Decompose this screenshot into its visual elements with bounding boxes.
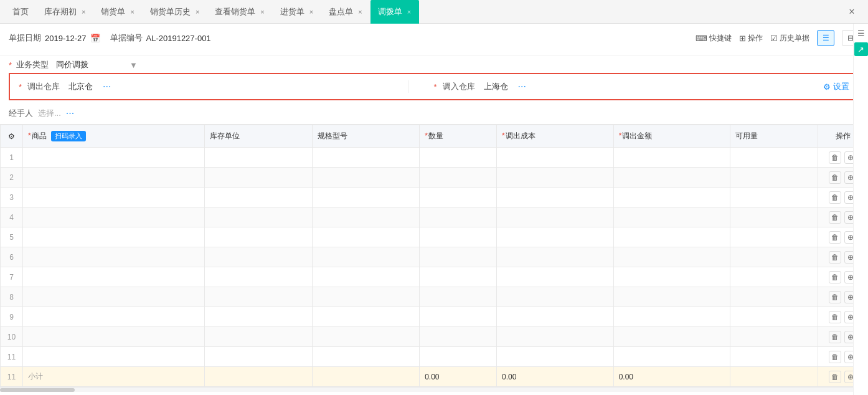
operation-button[interactable]: ⊞ 操作	[739, 33, 763, 44]
cell-unit-2[interactable]	[205, 168, 313, 188]
cell-spec-8[interactable]	[312, 287, 420, 307]
cell-amount-2[interactable]	[613, 168, 730, 188]
cell-product-5[interactable]	[23, 227, 205, 247]
cell-amount-4[interactable]	[613, 207, 730, 227]
cell-available-10[interactable]	[730, 327, 818, 347]
delete-row-5[interactable]: 🗑	[829, 231, 841, 244]
cell-amount-5[interactable]	[613, 227, 730, 247]
delete-row-10[interactable]: 🗑	[829, 331, 841, 343]
cell-available-9[interactable]	[730, 307, 818, 327]
cell-unit-10[interactable]	[205, 327, 313, 347]
cell-product-3[interactable]	[23, 188, 205, 207]
calendar-icon[interactable]: 📅	[90, 34, 100, 43]
delete-row-9[interactable]: 🗑	[829, 311, 841, 323]
sidebar-notes-button[interactable]: ☰	[854, 26, 868, 40]
cell-spec-5[interactable]	[312, 227, 420, 247]
delete-row-4[interactable]: 🗑	[829, 211, 841, 224]
settings-label[interactable]: 设置	[833, 81, 849, 92]
cell-qty-2[interactable]	[420, 168, 497, 188]
cell-unit-11[interactable]	[205, 347, 313, 367]
list-view-button[interactable]: ☰	[817, 30, 834, 46]
cell-available-11[interactable]	[730, 347, 818, 367]
cell-amount-10[interactable]	[613, 327, 730, 347]
cell-product-6[interactable]	[23, 247, 205, 267]
scroll-thumb[interactable]	[0, 388, 75, 392]
tab-close-purchase-order[interactable]: ×	[309, 8, 313, 16]
delete-row-2[interactable]: 🗑	[829, 171, 841, 184]
person-more-button[interactable]: ···	[66, 108, 74, 119]
cell-product-7[interactable]	[23, 267, 205, 287]
cell-unit-4[interactable]	[205, 207, 313, 227]
cell-cost-8[interactable]	[497, 287, 614, 307]
cell-available-5[interactable]	[730, 227, 818, 247]
cell-cost-7[interactable]	[497, 267, 614, 287]
cell-cost-10[interactable]	[497, 327, 614, 347]
cell-qty-9[interactable]	[420, 307, 497, 327]
tab-close-inventory-count[interactable]: ×	[358, 8, 362, 16]
person-select[interactable]: 选择...	[38, 108, 61, 119]
cell-available-2[interactable]	[730, 168, 818, 188]
cell-cost-3[interactable]	[497, 188, 614, 207]
cell-product-1[interactable]	[23, 148, 205, 168]
cell-amount-7[interactable]	[613, 267, 730, 287]
tab-sales-order[interactable]: 销货单 ×	[93, 0, 142, 24]
cell-product-8[interactable]	[23, 287, 205, 307]
delete-row-11[interactable]: 🗑	[829, 351, 841, 363]
cell-spec-9[interactable]	[312, 307, 420, 327]
warehouse-in-more-button[interactable]: ···	[518, 81, 526, 92]
cell-spec-7[interactable]	[312, 267, 420, 287]
cell-available-1[interactable]	[730, 148, 818, 168]
cell-spec-2[interactable]	[312, 168, 420, 188]
cell-cost-11[interactable]	[497, 347, 614, 367]
tab-home[interactable]: 首页	[5, 0, 37, 24]
tab-view-sales[interactable]: 查看销货单 ×	[207, 0, 272, 24]
cell-spec-4[interactable]	[312, 207, 420, 227]
delete-row-7[interactable]: 🗑	[829, 271, 841, 283]
scan-button[interactable]: 扫码录入	[51, 131, 86, 141]
tab-close-view-sales[interactable]: ×	[260, 8, 264, 16]
cell-product-4[interactable]	[23, 207, 205, 227]
cell-available-7[interactable]	[730, 267, 818, 287]
cell-product-9[interactable]	[23, 307, 205, 327]
cell-spec-6[interactable]	[312, 247, 420, 267]
cell-spec-10[interactable]	[312, 327, 420, 347]
cell-unit-8[interactable]	[205, 287, 313, 307]
tab-close-sales-order[interactable]: ×	[130, 8, 134, 16]
cell-amount-9[interactable]	[613, 307, 730, 327]
col-gear[interactable]: ⚙	[1, 125, 23, 148]
cell-qty-10[interactable]	[420, 327, 497, 347]
cell-qty-5[interactable]	[420, 227, 497, 247]
history-button[interactable]: ☑ 历史单据	[770, 33, 809, 44]
delete-row-6[interactable]: 🗑	[829, 251, 841, 264]
cell-available-3[interactable]	[730, 188, 818, 207]
cell-available-6[interactable]	[730, 247, 818, 267]
cell-qty-11[interactable]	[420, 347, 497, 367]
tab-close-transfer-order[interactable]: ×	[407, 8, 411, 16]
cell-qty-3[interactable]	[420, 188, 497, 207]
business-type-dropdown[interactable]: ▼	[130, 60, 138, 70]
cell-amount-1[interactable]	[613, 148, 730, 168]
cell-qty-6[interactable]	[420, 247, 497, 267]
delete-row-3[interactable]: 🗑	[829, 191, 841, 204]
cell-amount-11[interactable]	[613, 347, 730, 367]
cell-qty-7[interactable]	[420, 267, 497, 287]
shortcut-button[interactable]: ⌨ 快捷键	[696, 33, 732, 44]
window-close-button[interactable]: ×	[843, 3, 861, 21]
cell-unit-6[interactable]	[205, 247, 313, 267]
cell-qty-1[interactable]	[420, 148, 497, 168]
cell-unit-9[interactable]	[205, 307, 313, 327]
tab-purchase-order[interactable]: 进货单 ×	[273, 0, 321, 24]
cell-amount-6[interactable]	[613, 247, 730, 267]
tab-transfer-order[interactable]: 调拨单 ×	[370, 0, 419, 24]
cell-spec-11[interactable]	[312, 347, 420, 367]
delete-subtotal[interactable]: 🗑	[829, 371, 841, 383]
tab-sales-history[interactable]: 销货单历史 ×	[143, 0, 207, 24]
cell-product-11[interactable]	[23, 347, 205, 367]
cell-unit-1[interactable]	[205, 148, 313, 168]
tab-close-inventory-init[interactable]: ×	[82, 8, 85, 16]
cell-spec-1[interactable]	[312, 148, 420, 168]
cell-cost-1[interactable]	[497, 148, 614, 168]
tab-close-sales-history[interactable]: ×	[196, 8, 199, 16]
cell-available-4[interactable]	[730, 207, 818, 227]
delete-row-1[interactable]: 🗑	[829, 151, 841, 164]
